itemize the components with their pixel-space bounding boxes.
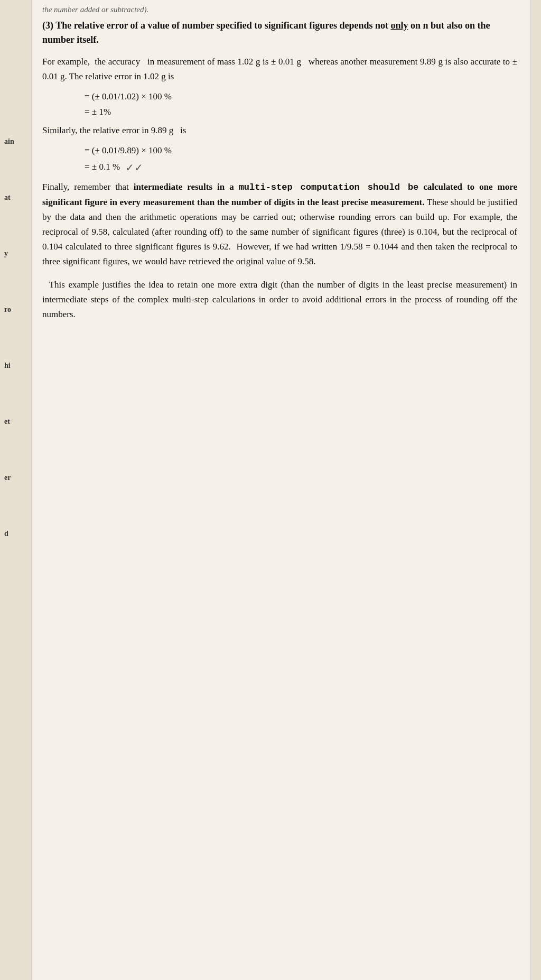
left-label-y: y	[4, 249, 14, 258]
math2-line2: = ± 0.1 % ✓✓	[85, 159, 517, 177]
left-label-d: d	[4, 530, 14, 538]
math-block-2: = (± 0.01/9.89) × 100 % = ± 0.1 % ✓✓	[85, 143, 517, 177]
left-label-ro: ro	[4, 306, 14, 314]
math-block-1: = (± 0.01/1.02) × 100 % = ± 1%	[85, 89, 517, 120]
math2-line1: = (± 0.01/9.89) × 100 %	[85, 143, 517, 159]
main-content: the number added or subtracted). (3) The…	[32, 0, 530, 348]
left-label-ain: ain	[4, 137, 14, 146]
top-note: the number added or subtracted).	[42, 5, 517, 14]
bold-text-intermediate: intermediate results in a multi-step com…	[42, 182, 517, 207]
monospace-multi-step: multi-step computation should be	[239, 182, 419, 192]
section-heading: (3) The relative error of a value of num…	[42, 19, 517, 47]
paragraph3: Finally, remember that intermediate resu…	[42, 180, 517, 269]
page-container: ain at y ro hi et er d the number added …	[0, 0, 541, 980]
left-label-et: et	[4, 418, 14, 426]
checkmark: ✓✓	[125, 159, 143, 177]
section-number: (3) The relative error of a value of num…	[42, 20, 390, 31]
right-sidebar	[530, 0, 541, 980]
paragraph1: For example, the accuracy in measurement…	[42, 54, 517, 84]
paragraph2: Similarly, the relative error in 9.89 g …	[42, 123, 517, 138]
only-keyword: only	[390, 20, 408, 31]
left-labels: ain at y ro hi et er d	[4, 137, 14, 538]
left-label-at: at	[4, 193, 14, 202]
left-label-er: er	[4, 474, 14, 482]
left-label-hi: hi	[4, 362, 14, 370]
paragraph4: This example justifies the idea to retai…	[42, 278, 517, 322]
left-sidebar: ain at y ro hi et er d	[0, 0, 32, 980]
math1-line1: = (± 0.01/1.02) × 100 %	[85, 89, 517, 105]
math1-line2: = ± 1%	[85, 105, 517, 120]
